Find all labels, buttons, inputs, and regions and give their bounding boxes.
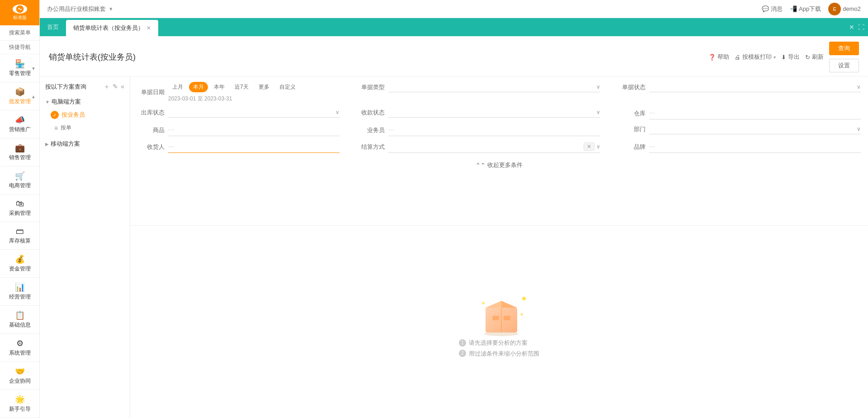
doc-status-filter-group: 单据状态 ∨: [618, 82, 861, 92]
sub-order-icon: ≡: [54, 124, 58, 132]
goods-input[interactable]: ···: [168, 124, 340, 136]
svg-point-6: [482, 302, 485, 304]
plan-group-pc: ▼ 电脑端方案 ✓ 按业务员 ≡ 按单: [40, 94, 130, 136]
sidebar-item-marketing[interactable]: 📣 营销推广: [0, 110, 39, 138]
avatar: E: [828, 3, 841, 15]
empty-illustration: [476, 285, 522, 330]
date-btn-custom[interactable]: 自定义: [275, 82, 300, 92]
date-btn-this-year[interactable]: 本年: [210, 82, 229, 92]
sidebar-item-finance[interactable]: 💰 资金管理: [0, 250, 39, 278]
plan-add-icon[interactable]: ＋: [104, 83, 110, 91]
receipt-status-select[interactable]: ∨: [388, 107, 600, 118]
date-label: 单据日期: [137, 88, 165, 96]
consignee-input[interactable]: ···: [168, 141, 340, 153]
query-button[interactable]: 查询: [829, 42, 859, 55]
date-btn-last-7-days[interactable]: 近7天: [231, 82, 253, 92]
date-options-row: 上月 本月 本年 近7天 更多 自定义: [168, 82, 340, 92]
sidebar-search-item[interactable]: 搜索菜单: [0, 25, 39, 41]
collapse-row: ⌃⌃ 收起更多条件: [137, 157, 861, 173]
date-btn-this-month[interactable]: 本月: [189, 82, 208, 92]
plan-item-by-salesperson[interactable]: ✓ 按业务员: [40, 108, 130, 122]
tab-sales-stat[interactable]: 销货单统计表（按业务员） ✕: [66, 20, 158, 36]
consignee-filter-group: 收货人 ···: [137, 141, 340, 153]
warehouse-label: 仓库: [618, 109, 646, 118]
tab-close-all-icon[interactable]: ✕: [849, 24, 854, 31]
payment-method-select[interactable]: ✕ ∨: [388, 141, 600, 153]
filter-row-1: 单据日期 上月 本月 本年 近7天 更多 自定义 20: [137, 82, 861, 103]
refresh-icon: ↻: [805, 54, 810, 61]
page-title: 销货单统计表(按业务员): [49, 52, 136, 62]
empty-state: 1 请先选择要分析的方案 2 用过滤条件来缩小分析范围: [130, 226, 868, 418]
corp-icon: 🤝: [15, 366, 25, 376]
salesperson-input[interactable]: ···: [388, 124, 600, 136]
brand-input[interactable]: ···: [649, 141, 861, 153]
tip-1-num: 1: [459, 339, 466, 347]
date-range-display: 2023-03-01 至 2023-03-31: [168, 95, 340, 103]
tip-2-num: 2: [459, 350, 466, 357]
sidebar-item-label-operations: 经营管理: [9, 293, 31, 301]
out-status-select[interactable]: ∨: [168, 107, 340, 118]
tip-2-text: 用过滤条件来缩小分析范围: [469, 348, 539, 359]
sidebar-logo-text: 标准版: [13, 14, 27, 21]
sidebar-quick-nav[interactable]: 快捷导航: [0, 41, 39, 54]
sidebar-item-operations[interactable]: 📊 经营管理: [0, 278, 39, 306]
user-profile[interactable]: E demo2: [828, 3, 861, 15]
print-button[interactable]: 🖨 按模板打印 ▾: [735, 53, 776, 61]
plan-panel: 按以下方案查询 ＋ ✎ « ▼ 电脑端方案 ✓ 按业务员: [40, 76, 130, 418]
sidebar-item-basic[interactable]: 📋 基础信息: [0, 306, 39, 334]
refresh-button[interactable]: ↻ 刷新: [805, 53, 824, 61]
tab-expand-icon[interactable]: ⛶: [858, 24, 864, 31]
date-btn-more[interactable]: 更多: [255, 82, 274, 92]
warehouse-dots-icon: ···: [649, 109, 655, 117]
help-icon: ❓: [708, 54, 716, 61]
consignee-label: 收货人: [137, 143, 165, 151]
print-label: 按模板打印: [742, 53, 772, 61]
sidebar-item-retail[interactable]: 🏪 零售管理 ▼: [0, 54, 39, 82]
warehouse-filter-group: 仓库 ···: [618, 107, 861, 119]
salesperson-dots-icon: ···: [388, 126, 394, 134]
sidebar-item-newbie[interactable]: 🌟 新手引导: [0, 390, 39, 418]
collapse-button[interactable]: ⌃⌃ 收起更多条件: [476, 161, 523, 169]
basic-icon: 📋: [15, 310, 25, 320]
message-nav-item[interactable]: 💬 消息: [762, 5, 783, 13]
department-filter-group: 部门 ∨: [618, 124, 861, 134]
salesperson-filter-group: 业务员 ···: [358, 124, 600, 136]
wholesale-icon: 📦: [15, 87, 25, 97]
tab-home-label: 首页: [47, 23, 59, 31]
plan-collapse-icon[interactable]: «: [121, 83, 124, 91]
sidebar-item-label-wholesale: 批发管理: [9, 98, 31, 105]
sidebar-item-inventory[interactable]: 🗃 库存核算: [0, 222, 39, 250]
plan-edit-icon[interactable]: ✎: [113, 83, 118, 91]
tab-home[interactable]: 首页: [40, 18, 66, 36]
plan-group-pc-title[interactable]: ▼ 电脑端方案: [40, 95, 130, 108]
ecom-icon: 🛒: [15, 171, 25, 181]
sidebar-item-sales[interactable]: 💼 销售管理: [0, 138, 39, 166]
sidebar-logo[interactable]: 标准版: [0, 0, 39, 25]
app-download-nav-item[interactable]: 📲 App下载: [790, 5, 821, 13]
breadcrumb-arrow[interactable]: ▾: [109, 5, 113, 12]
setting-button[interactable]: 设置: [829, 59, 859, 72]
help-button[interactable]: ❓ 帮助: [708, 53, 729, 61]
sidebar-item-corp[interactable]: 🤝 企业协同: [0, 362, 39, 390]
sidebar-item-purchase[interactable]: 🛍 采购管理: [0, 195, 39, 222]
sidebar-item-label-basic: 基础信息: [9, 321, 31, 329]
sidebar-item-label-newbie: 新手引导: [9, 405, 31, 413]
tab-close-icon[interactable]: ✕: [146, 25, 151, 31]
app-download-label: App下载: [799, 5, 821, 13]
doc-type-select[interactable]: ∨: [388, 82, 600, 92]
payment-method-x-icon[interactable]: ✕: [587, 143, 591, 150]
sidebar-item-system[interactable]: ⚙ 系统管理: [0, 334, 39, 362]
plan-group-mobile-title[interactable]: ▶ 移动端方案: [40, 138, 130, 150]
warehouse-input[interactable]: ···: [649, 107, 861, 119]
plan-sub-item-by-order[interactable]: ≡ 按单: [40, 122, 130, 134]
doc-status-select[interactable]: ∨: [649, 82, 861, 92]
payment-method-clear-tag[interactable]: ✕: [584, 142, 594, 151]
export-button[interactable]: ⬇ 导出: [781, 53, 800, 61]
brand-label: 品牌: [618, 143, 646, 151]
department-select[interactable]: ∨: [649, 124, 861, 134]
date-btn-last-month[interactable]: 上月: [168, 82, 187, 92]
sidebar-item-wholesale[interactable]: 📦 批发管理 ▲: [0, 82, 39, 110]
print-icon: 🖨: [735, 54, 741, 61]
sidebar-item-ecom[interactable]: 🛒 电商管理: [0, 166, 39, 195]
receipt-status-arrow-icon: ∨: [596, 109, 600, 115]
